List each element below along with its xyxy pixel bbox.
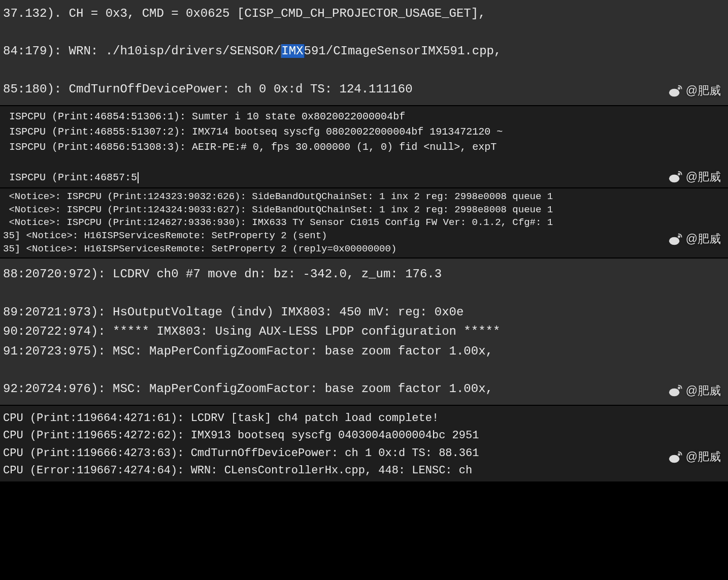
weibo-icon — [669, 233, 683, 245]
log-text: ISPCPU (Print:46857:5 — [3, 172, 137, 183]
watermark-text: @肥威 — [686, 168, 721, 186]
svg-point-7 — [678, 386, 680, 389]
log-section-1: 37.132). CH = 0x3, CMD = 0x0625 [CISP_CM… — [0, 0, 728, 106]
log-line: <Notice>: ISPCPU (Print:124627:9336:930)… — [3, 216, 728, 230]
log-line: CPU (Print:119666:4273:63): CmdTurnOffDe… — [3, 445, 728, 462]
log-line: 90:20722:974): ***** IMX803: Using AUX-L… — [3, 322, 728, 341]
log-line: CPU (Print:119665:4272:62): IMX913 boots… — [3, 427, 728, 444]
log-line: 89:20721:973): HsOutputVoltage (indv) IM… — [3, 303, 728, 322]
log-line: 85:180): CmdTurnOffDevicePower: ch 0 0x:… — [3, 80, 728, 99]
weibo-watermark: @肥威 — [669, 81, 721, 100]
log-line: <Notice>: ISPCPU (Print:124323:9032:626)… — [3, 190, 728, 204]
highlighted-text[interactable]: IMX — [281, 44, 304, 58]
log-text: 84:179): WRN: ./h10isp/drivers/SENSOR/ — [3, 44, 281, 58]
log-section-4: 88:20720:972): LCDRV ch0 #7 move dn: bz:… — [0, 259, 728, 406]
log-section-5: CPU (Print:119664:4271:61): LCDRV [task]… — [0, 406, 728, 482]
log-text: 591/CImageSensorIMX591.cpp, — [304, 44, 502, 58]
log-line: 88:20720:972): LCDRV ch0 #7 move dn: bz:… — [3, 265, 728, 284]
weibo-icon — [669, 451, 683, 463]
weibo-watermark: @肥威 — [669, 448, 721, 466]
watermark-text: @肥威 — [686, 231, 721, 247]
svg-point-4 — [669, 237, 679, 244]
svg-point-5 — [678, 235, 680, 238]
log-line: CPU (Print:119664:4271:61): LCDRV [task]… — [3, 410, 728, 427]
log-line: 35] <Notice>: H16ISPServicesRemote: SetP… — [3, 243, 728, 256]
svg-point-6 — [669, 389, 679, 396]
weibo-icon — [669, 384, 683, 397]
log-section-2: ISPCPU (Print:46854:51306:1): Sumter i 1… — [0, 106, 728, 188]
watermark-text: @肥威 — [686, 81, 721, 100]
svg-point-8 — [669, 455, 679, 463]
log-section-3: <Notice>: ISPCPU (Print:124323:9032:626)… — [0, 188, 728, 259]
log-line: 35] <Notice>: H16ISPServicesRemote: SetP… — [3, 230, 728, 243]
log-line: ISPCPU (Print:46857:5 — [3, 170, 728, 185]
watermark-text: @肥威 — [686, 448, 721, 466]
svg-point-3 — [678, 173, 680, 175]
log-line: ISPCPU (Print:46856:51308:3): AEIR-PE:# … — [3, 140, 728, 155]
log-line: <Notice>: ISPCPU (Print:124324:9033:627)… — [3, 204, 728, 217]
log-line: ISPCPU (Print:46854:51306:1): Sumter i 1… — [3, 109, 728, 124]
weibo-watermark: @肥威 — [669, 168, 721, 186]
svg-point-2 — [669, 175, 679, 182]
svg-point-1 — [678, 87, 680, 89]
weibo-watermark: @肥威 — [669, 231, 721, 247]
weibo-icon — [669, 85, 683, 97]
watermark-text: @肥威 — [686, 381, 721, 400]
svg-point-0 — [669, 88, 679, 96]
log-line: 91:20723:975): MSC: MapPerConfigZoomFact… — [3, 342, 728, 361]
log-line: CPU (Error:119667:4274:64): WRN: CLensCo… — [3, 462, 728, 479]
log-line: 92:20724:976): MSC: MapPerConfigZoomFact… — [3, 379, 728, 399]
text-cursor — [138, 172, 139, 183]
log-line: 37.132). CH = 0x3, CMD = 0x0625 [CISP_CM… — [3, 4, 728, 23]
weibo-watermark: @肥威 — [669, 381, 721, 400]
log-line: 84:179): WRN: ./h10isp/drivers/SENSOR/IM… — [3, 42, 728, 61]
svg-point-9 — [678, 453, 680, 456]
weibo-icon — [669, 171, 683, 183]
log-line: ISPCPU (Print:46855:51307:2): IMX714 boo… — [3, 124, 728, 140]
